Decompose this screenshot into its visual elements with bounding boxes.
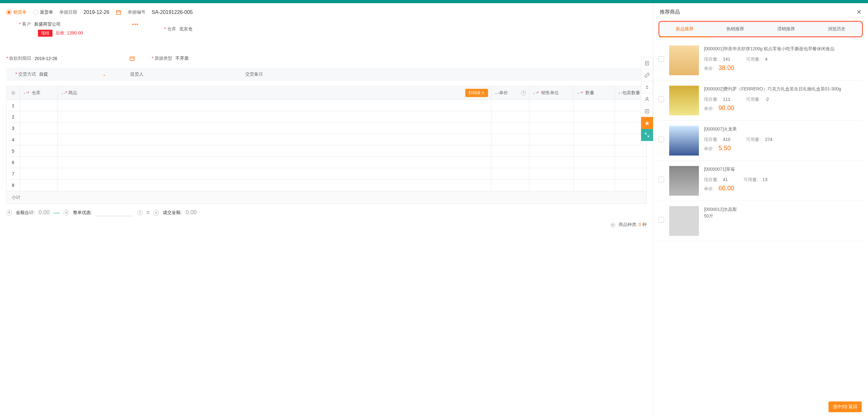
doc-date-value[interactable]: 2019-12-26 [84,9,110,15]
chevron-down-icon[interactable]: ⌄ [102,72,106,77]
product-image [669,126,699,156]
table-settings-icon[interactable] [7,86,20,100]
table-row[interactable]: 5 [7,146,646,157]
row-number: 6 [7,157,20,168]
product-title: [0000001]华美华夫软饼1200g 糕点零食小吃手撕面包早餐休闲食品 [704,45,863,52]
tool-expand-icon[interactable] [641,129,653,141]
deal-amount-value: 0.00 [186,209,196,216]
customer-picker-icon[interactable]: ••• [132,22,139,27]
row-number: 3 [7,123,20,134]
radio-sale[interactable]: 销货单 [6,9,27,15]
help-icon[interactable]: ? [137,210,143,215]
delivery-method-value[interactable]: 自提 [39,71,99,77]
calendar-icon[interactable] [129,56,135,61]
doc-no-value: SA-20191226-005 [152,9,193,15]
scan-button[interactable]: 扫码录入 [465,89,488,97]
receivable-text: 应收: 1390.00 [56,30,83,35]
row-number: 8 [7,180,20,191]
warehouse-label: 仓库 [167,26,176,31]
svg-point-6 [13,92,14,94]
recommend-tabs: 新品推荐热销推荐滞销推荐浏览历史 [658,21,863,37]
kinds-value: 0 [639,222,641,227]
minus-icon: — [54,209,60,216]
svg-rect-0 [116,11,121,14]
table-row[interactable]: 3 [7,123,646,134]
doc-type-radio-group: 销货单 退货单 [6,9,53,15]
tool-swap-icon[interactable] [641,81,653,93]
radio-icon [33,10,38,15]
product-item[interactable]: [0000002]费列罗（FERRERO）巧克力礼盒装生日礼物礼盒装01-300… [658,81,863,121]
table-row[interactable]: 7 [7,168,646,180]
col-price[interactable]: ▲▼单价? [492,86,529,100]
radio-return[interactable]: 退货单 [33,9,53,15]
product-title: [0000012]水晶梨50斤 [704,206,863,219]
product-checkbox[interactable] [658,96,664,102]
due-date-value[interactable]: 2019-12-26 [34,56,126,61]
doc-no-label: 单据编号 [128,9,146,15]
row-number: 4 [7,134,20,145]
doc-date-label: 单据日期 [59,9,77,15]
product-checkbox[interactable] [658,177,664,182]
tool-link-icon[interactable] [641,69,653,81]
col-qty[interactable]: ▲▼*数量 [574,86,615,100]
col-warehouse[interactable]: ▲▼*仓库 [20,86,58,100]
tool-note-icon[interactable] [641,57,653,69]
tool-currency-icon[interactable]: ¥ [641,105,653,117]
tab-2[interactable]: 滞销推荐 [761,22,811,36]
table-row[interactable]: 6 [7,157,646,168]
product-checkbox[interactable] [658,136,664,142]
tool-star-icon[interactable] [641,117,653,129]
col-unit[interactable]: ▲▼*销售单位 [529,86,574,100]
tab-3[interactable]: 浏览历史 [811,22,862,36]
settle-badge: 现结 [38,30,53,37]
gear-icon[interactable]: ⚙ [610,223,615,228]
discount-input[interactable] [96,209,134,216]
table-row[interactable]: 1 [7,100,646,111]
delivery-remark-label: 交货备注 [238,71,263,77]
product-item[interactable]: [0000007]火龙果现存量:410可用量:274单价:5.50 [658,121,863,161]
equals-icon: = [146,209,150,216]
picker-label: 提货人 [119,71,144,77]
radio-return-label: 退货单 [40,9,53,15]
product-checkbox[interactable] [658,217,664,223]
product-image [669,86,699,116]
deal-amount-label: 成交金额: [163,210,182,216]
footer-action-button[interactable]: 选中(0) 返回 [829,402,862,412]
product-table: ▲▼*仓库 ▲▼*商品扫码录入 ▲▼单价? ▲▼*销售单位 ▲▼*数量 ▲▼包装… [6,86,647,204]
row-number: 5 [7,146,20,157]
kinds-label: 商品种类: [619,222,638,227]
help-icon[interactable]: ? [521,90,526,95]
warehouse-value[interactable]: 北京仓 [179,26,227,32]
close-icon[interactable]: ✕ [856,8,862,16]
tab-0[interactable]: 新品推荐 [659,22,710,36]
col-product[interactable]: ▲▼*商品扫码录入 [58,86,492,100]
product-title: [0000007]火龙果 [704,126,863,132]
discount-label: 整单优惠: [73,210,92,216]
kinds-suffix: 种 [642,222,647,227]
tab-1[interactable]: 热销推荐 [710,22,761,36]
product-item[interactable]: [00000071]草莓现存量:41可用量:13单价:60.00 [658,161,863,201]
product-item[interactable]: [0000012]水晶梨50斤 [658,201,863,241]
radio-icon [6,10,11,15]
delivery-method-label: 交货方式 [18,71,36,76]
table-row[interactable]: 4 [7,134,646,146]
product-item[interactable]: [0000001]华美华夫软饼1200g 糕点零食小吃手撕面包早餐休闲食品现存量… [658,40,863,81]
table-row[interactable]: 8 [7,180,646,191]
customer-label: 客户 [22,22,31,27]
row-number: 2 [7,111,20,122]
customer-value[interactable]: 新盛商贸公司 [34,22,129,27]
svg-text:¥: ¥ [646,109,648,113]
svg-rect-4 [130,57,135,61]
product-checkbox[interactable] [658,56,664,62]
amount-total-label: 金额合计: [16,210,35,216]
svg-point-10 [646,97,648,99]
product-image [669,45,699,75]
right-panel-title: 推荐商品 [660,9,680,15]
product-image [669,166,699,196]
invoice-value[interactable]: 不开票 [176,56,223,61]
table-row[interactable]: 2 [7,111,646,123]
tool-user-icon[interactable] [641,93,653,105]
product-image [669,206,699,236]
subtotal-row: 小计 [7,191,646,203]
calendar-icon[interactable] [116,9,121,15]
